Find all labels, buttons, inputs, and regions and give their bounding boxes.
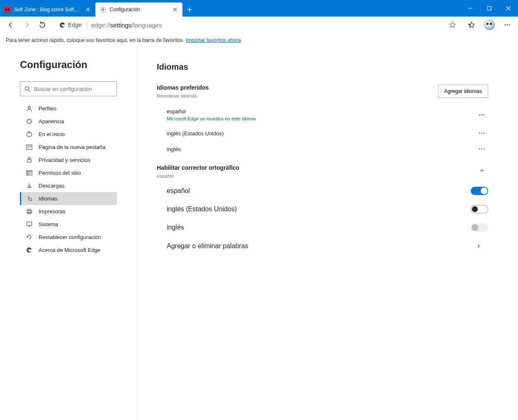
- forward-button[interactable]: [19, 17, 34, 32]
- new-tab-button[interactable]: [182, 2, 197, 17]
- svg-rect-12: [27, 145, 32, 149]
- toolbar: Edge edge://settings/languages: [0, 17, 518, 33]
- sidebar-item-10[interactable]: Restablecer configuración: [20, 231, 117, 244]
- settings-search[interactable]: [20, 81, 117, 96]
- toggle-on[interactable]: [471, 187, 488, 195]
- nav-label: Idiomas: [39, 195, 58, 202]
- settings-sidebar: Configuración PerfilesAparienciaEn el in…: [0, 47, 137, 420]
- spellcheck-row: inglés: [157, 218, 488, 237]
- svg-point-5: [505, 24, 506, 26]
- profile-avatar[interactable]: [484, 20, 495, 30]
- chevron-up-icon[interactable]: [476, 164, 488, 177]
- address-bar[interactable]: Edge edge://settings/languages: [54, 18, 460, 32]
- language-sub: Microsoft Edge se muestra en este idioma: [167, 116, 256, 121]
- edge-icon: [59, 22, 66, 28]
- svg-point-6: [507, 24, 508, 26]
- search-input[interactable]: [34, 86, 112, 92]
- gear-icon: [100, 6, 106, 13]
- nav-icon: [25, 208, 33, 215]
- close-icon[interactable]: [85, 6, 91, 13]
- spell-lang-name: español: [167, 187, 190, 195]
- preferred-sub: Reordenar idiomas: [157, 93, 209, 98]
- svg-point-9: [28, 106, 30, 109]
- nav-icon: [25, 105, 33, 112]
- spell-lang-name: inglés: [167, 224, 184, 231]
- spellcheck-row: inglés (Estados Unidos): [157, 200, 488, 218]
- nav-icon: [25, 182, 33, 189]
- svg-rect-2: [8, 9, 10, 10]
- maximize-button[interactable]: [480, 0, 499, 17]
- nav-label: Privacidad y servicios: [39, 157, 90, 163]
- tab-title: Configuración: [109, 7, 169, 12]
- nav-icon: [25, 247, 33, 254]
- sidebar-item-1[interactable]: Apariencia: [20, 115, 117, 128]
- nav-label: Restablecer configuración: [39, 234, 101, 240]
- nav-icon: [25, 131, 33, 138]
- more-icon[interactable]: ···: [476, 129, 488, 137]
- nav-icon: [25, 234, 33, 241]
- nav-icon: [25, 195, 33, 202]
- spellcheck-row: español: [157, 182, 488, 200]
- nav-label: Sistema: [39, 221, 58, 227]
- bookmarks-hint-bar: Para tener acceso rápido, coloque sus fa…: [0, 33, 518, 47]
- sidebar-item-7[interactable]: Idiomas: [20, 192, 117, 205]
- nav-label: En el inicio: [39, 131, 65, 137]
- language-name: español: [167, 108, 256, 115]
- words-label: Agregar o eliminar palabras: [167, 242, 248, 250]
- toggle-disabled: [471, 223, 488, 232]
- svg-rect-18: [28, 209, 31, 210]
- nav-icon: [25, 118, 33, 125]
- toggle-off[interactable]: [471, 205, 488, 213]
- sidebar-item-11[interactable]: Acerca de Microsoft Edge: [20, 244, 117, 256]
- sidebar-item-6[interactable]: Descargas: [20, 179, 117, 192]
- chevron-right-icon: [476, 243, 488, 249]
- nav-label: Perfiles: [39, 105, 56, 112]
- svg-point-3: [102, 9, 104, 10]
- sidebar-item-5[interactable]: Permisos del sitio: [20, 166, 117, 179]
- svg-point-7: [509, 24, 510, 26]
- close-icon[interactable]: [172, 6, 178, 13]
- svg-rect-4: [488, 7, 491, 10]
- nav-icon: [25, 221, 33, 228]
- sidebar-item-0[interactable]: Perfiles: [20, 102, 117, 115]
- settings-content: Idiomas Idiomas preferidos Reordenar idi…: [137, 47, 518, 420]
- spellcheck-header: Habilitar corrector ortográfico español: [157, 164, 488, 178]
- tab-settings[interactable]: Configuración: [95, 2, 182, 17]
- language-name: inglés: [167, 146, 181, 152]
- refresh-button[interactable]: [35, 17, 50, 32]
- nav-icon: [25, 169, 33, 176]
- add-remove-words-row[interactable]: Agregar o eliminar palabras: [157, 237, 488, 256]
- svg-rect-15: [27, 172, 29, 174]
- tab-softzone[interactable]: Soft Zone : Blog sobre Software: [0, 2, 95, 17]
- close-window-button[interactable]: [499, 0, 518, 17]
- url-text: edge://settings/languages: [87, 22, 445, 29]
- preferred-title: Idiomas preferidos: [157, 84, 209, 91]
- more-icon[interactable]: ···: [476, 145, 488, 153]
- more-icon[interactable]: ···: [476, 111, 488, 119]
- sidebar-item-8[interactable]: Impresoras: [20, 205, 117, 218]
- favorite-star-icon[interactable]: [445, 17, 460, 32]
- favorites-button[interactable]: [464, 17, 479, 32]
- nav-label: Página de la nueva pestaña: [39, 144, 105, 150]
- add-languages-button[interactable]: Agregar idiomas: [438, 85, 488, 98]
- menu-button[interactable]: [500, 17, 515, 32]
- sidebar-item-9[interactable]: Sistema: [20, 218, 117, 231]
- nav-label: Permisos del sitio: [39, 170, 81, 176]
- svg-rect-1: [5, 9, 7, 10]
- nav-icon: [25, 144, 33, 151]
- spell-sub: español: [157, 173, 239, 178]
- spell-lang-name: inglés (Estados Unidos): [167, 205, 237, 213]
- svg-rect-20: [27, 222, 32, 225]
- nav-label: Impresoras: [39, 208, 66, 215]
- sidebar-item-2[interactable]: En el inicio: [20, 128, 117, 141]
- minimize-button[interactable]: [461, 0, 480, 17]
- page-heading: Idiomas: [157, 62, 488, 72]
- nav-icon: [25, 156, 33, 164]
- nav-label: Apariencia: [39, 118, 64, 125]
- sidebar-item-3[interactable]: Página de la nueva pestaña: [20, 141, 117, 154]
- sidebar-item-4[interactable]: Privacidad y servicios: [20, 154, 117, 166]
- import-favorites-link[interactable]: Importar favoritos ahora: [186, 37, 241, 43]
- back-button[interactable]: [3, 17, 18, 32]
- edge-label-text: Edge: [68, 22, 82, 28]
- window-controls: [461, 0, 518, 17]
